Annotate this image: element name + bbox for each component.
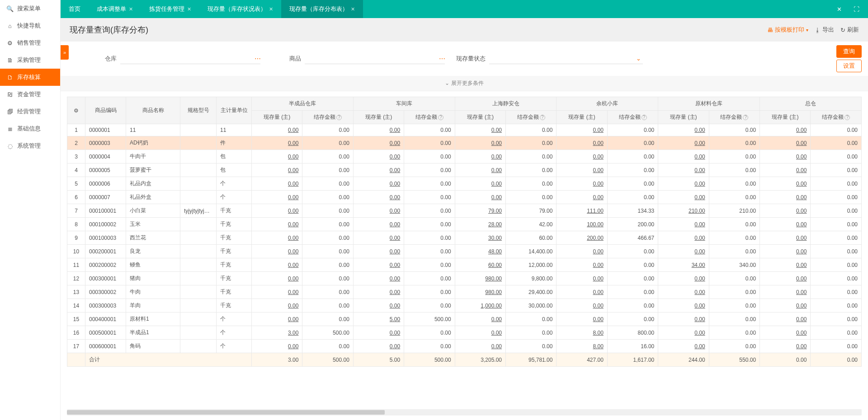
cell-qty[interactable]: 0.00	[557, 150, 607, 163]
cell-qty[interactable]: 0.00	[353, 326, 404, 340]
cell-qty[interactable]: 0.00	[760, 285, 811, 299]
cell-qty[interactable]: 980.00	[455, 285, 505, 299]
query-button[interactable]: 查询	[836, 45, 862, 58]
cell-qty[interactable]: 200.00	[557, 231, 607, 245]
chevron-down-icon[interactable]: ⌄	[636, 55, 641, 62]
cell-qty[interactable]: 210.00	[658, 204, 709, 218]
settings-button[interactable]: 设置	[836, 60, 862, 72]
cell-qty[interactable]: 60.00	[455, 258, 505, 272]
tab-1[interactable]: 成本调整单✕	[89, 0, 141, 18]
cell-qty[interactable]: 0.00	[658, 272, 709, 285]
cell-qty[interactable]: 0.00	[760, 272, 811, 285]
cell-qty[interactable]: 0.00	[353, 272, 404, 285]
cell-qty[interactable]: 0.00	[353, 191, 404, 204]
cell-qty[interactable]: 0.00	[455, 124, 505, 136]
cell-qty[interactable]: 0.00	[252, 245, 302, 258]
cell-qty[interactable]: 0.00	[557, 299, 607, 313]
cell-qty[interactable]: 0.00	[658, 313, 709, 326]
cell-qty[interactable]: 0.00	[353, 163, 404, 177]
sidebar-item-nav[interactable]: ⌂快捷导航	[0, 17, 60, 34]
product-lookup-icon[interactable]: ⋯	[439, 55, 445, 62]
cell-qty[interactable]: 0.00	[252, 231, 302, 245]
filter-collapse-toggle[interactable]: »	[61, 45, 69, 60]
cell-qty[interactable]: 0.00	[455, 313, 505, 326]
cell-qty[interactable]: 0.00	[353, 299, 404, 313]
info-icon[interactable]: ?	[540, 115, 545, 120]
cell-qty[interactable]: 0.00	[455, 326, 505, 340]
cell-qty[interactable]: 0.00	[760, 231, 811, 245]
cell-qty[interactable]: 0.00	[353, 177, 404, 191]
cell-qty[interactable]: 0.00	[252, 218, 302, 231]
sidebar-item-basic[interactable]: ≣基础信息	[0, 120, 60, 137]
cell-qty[interactable]: 0.00	[353, 218, 404, 231]
cell-qty[interactable]: 8.00	[557, 326, 607, 340]
cell-qty[interactable]: 1,000.00	[455, 299, 505, 313]
cell-qty[interactable]: 0.00	[557, 163, 607, 177]
cell-qty[interactable]: 0.00	[353, 124, 404, 136]
table-row[interactable]: 20000003AD钙奶件0.000.000.000.000.000.000.0…	[67, 136, 862, 150]
cell-qty[interactable]: 28.00	[455, 218, 505, 231]
cell-qty[interactable]: 0.00	[252, 340, 302, 353]
cell-qty[interactable]: 3.00	[252, 326, 302, 340]
sidebar-item-ops[interactable]: 🗐经营管理	[0, 103, 60, 120]
sidebar-item-search[interactable]: 🔍搜索菜单	[0, 0, 60, 17]
sidebar-item-system[interactable]: ◌系统管理	[0, 137, 60, 154]
cell-qty[interactable]: 0.00	[353, 204, 404, 218]
close-all-tabs-button[interactable]: ✕	[833, 3, 845, 15]
close-icon[interactable]: ✕	[351, 6, 355, 12]
print-template-button[interactable]: 🖶 按模板打印 ▾	[767, 26, 808, 34]
cell-qty[interactable]: 100.00	[557, 218, 607, 231]
cell-qty[interactable]: 0.00	[658, 124, 709, 136]
scrollbar-thumb[interactable]	[67, 410, 385, 415]
cell-qty[interactable]: 0.00	[252, 136, 302, 150]
tab-4[interactable]: 现存量（库存分布表）✕	[281, 0, 363, 18]
cell-qty[interactable]: 0.00	[658, 326, 709, 340]
cell-qty[interactable]: 0.00	[658, 218, 709, 231]
table-row[interactable]: 30000004牛肉干包0.000.000.000.000.000.000.00…	[67, 150, 862, 163]
cell-qty[interactable]: 0.00	[658, 340, 709, 353]
info-icon[interactable]: ?	[336, 115, 342, 120]
cell-qty[interactable]: 0.00	[557, 136, 607, 150]
cell-qty[interactable]: 0.00	[760, 150, 811, 163]
cell-qty[interactable]: 0.00	[557, 177, 607, 191]
table-row[interactable]: 60000007礼品外盒个0.000.000.000.000.000.000.0…	[67, 191, 862, 204]
table-row[interactable]: 15000400001原材料1个0.000.005.00500.000.000.…	[67, 313, 862, 326]
cell-qty[interactable]: 0.00	[658, 136, 709, 150]
cell-qty[interactable]: 0.00	[760, 245, 811, 258]
table-settings-gear[interactable]: ⚙	[67, 97, 85, 124]
expand-more-filters[interactable]: ⌄ 展开更多条件	[61, 76, 868, 91]
cell-qty[interactable]: 0.00	[760, 124, 811, 136]
tab-2[interactable]: 拣货任务管理✕	[141, 0, 199, 18]
cell-qty[interactable]: 0.00	[557, 245, 607, 258]
sidebar-item-inventory[interactable]: 🗋库存核算	[0, 69, 60, 86]
table-row[interactable]: 10000200001良龙千克0.000.000.000.0048.0014,4…	[67, 245, 862, 258]
status-select[interactable]	[489, 53, 643, 64]
cell-qty[interactable]: 0.00	[658, 191, 709, 204]
product-input[interactable]	[305, 53, 445, 64]
cell-qty[interactable]: 0.00	[658, 245, 709, 258]
cell-qty[interactable]: 0.00	[557, 191, 607, 204]
table-row[interactable]: 12000300001猪肉千克0.000.000.000.00980.009,8…	[67, 272, 862, 285]
cell-qty[interactable]: 0.00	[252, 258, 302, 272]
tab-3[interactable]: 现存量（库存状况表）✕	[199, 0, 281, 18]
cell-qty[interactable]: 0.00	[353, 150, 404, 163]
cell-qty[interactable]: 0.00	[557, 313, 607, 326]
info-icon[interactable]: ?	[642, 115, 647, 120]
cell-qty[interactable]: 0.00	[455, 191, 505, 204]
cell-qty[interactable]: 980.00	[455, 272, 505, 285]
cell-qty[interactable]: 0.00	[252, 204, 302, 218]
cell-qty[interactable]: 0.00	[658, 150, 709, 163]
cell-qty[interactable]: 0.00	[252, 150, 302, 163]
cell-qty[interactable]: 0.00	[353, 245, 404, 258]
table-container[interactable]: ⚙商品编码商品名称规格型号主计量单位半成品仓库车间库上海静安仓余杭小库原材料仓库…	[61, 91, 868, 406]
table-row[interactable]: 9000100003西兰花千克0.000.000.000.0030.0060.0…	[67, 231, 862, 245]
cell-qty[interactable]: 0.00	[252, 163, 302, 177]
cell-qty[interactable]: 0.00	[760, 204, 811, 218]
table-row[interactable]: 16000500001半成品1个3.00500.000.000.000.000.…	[67, 326, 862, 340]
cell-qty[interactable]: 0.00	[353, 285, 404, 299]
cell-qty[interactable]: 0.00	[760, 177, 811, 191]
cell-qty[interactable]: 0.00	[760, 258, 811, 272]
cell-qty[interactable]: 0.00	[557, 272, 607, 285]
cell-qty[interactable]: 0.00	[455, 136, 505, 150]
cell-qty[interactable]: 0.00	[760, 299, 811, 313]
